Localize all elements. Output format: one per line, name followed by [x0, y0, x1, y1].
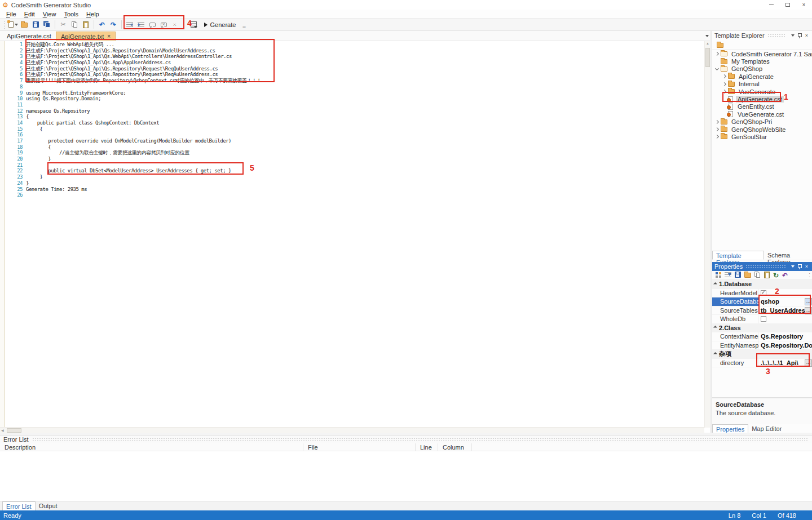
tree-item-genqshop[interactable]: GenQShop — [712, 65, 812, 73]
editor-line[interactable]: 12namespace Qs.Repository — [5, 108, 704, 114]
cut-button[interactable]: ✂ — [58, 19, 68, 30]
property-row-headermodel[interactable]: HeaderModel — [712, 289, 812, 298]
chevron-down-icon[interactable] — [715, 66, 719, 70]
editor-line[interactable]: 8 — [5, 84, 704, 90]
error-column-file[interactable]: File — [303, 443, 416, 451]
editor-line[interactable]: 11 — [5, 102, 704, 108]
property-value-text[interactable]: qshop — [761, 298, 779, 305]
editor-line[interactable]: 1开始创建Qs.Core WebApi相关代码 ... — [5, 42, 704, 48]
scroll-left-icon[interactable]: ◀ — [1, 428, 4, 432]
tab-error-list[interactable]: Error List — [2, 501, 36, 511]
chevron-right-icon[interactable] — [715, 135, 719, 139]
pane-close-button[interactable]: × — [803, 263, 810, 270]
editor-horizontal-scrollbar[interactable]: ◀ — [0, 427, 704, 433]
copy-button[interactable] — [69, 19, 80, 30]
property-category-2-class[interactable]: 2.Class — [712, 324, 812, 333]
property-category-[interactable]: 杂项 — [712, 350, 812, 359]
property-value[interactable]: Qs.Repository — [759, 332, 812, 341]
header-drag-texture[interactable] — [32, 438, 809, 441]
save-button[interactable] — [30, 19, 41, 30]
save-all-button[interactable] — [42, 19, 52, 30]
uncomment-button[interactable] — [158, 19, 169, 30]
property-value-text[interactable]: .\..\..\..\1_Api\ — [761, 359, 798, 366]
toolbar-grip[interactable] — [183, 21, 185, 29]
category-expanded-icon[interactable] — [713, 282, 717, 286]
property-category-1-database[interactable]: 1.Database — [712, 280, 812, 289]
category-expanded-icon[interactable] — [713, 326, 717, 330]
property-value[interactable] — [759, 315, 812, 323]
editor-vertical-scrollbar[interactable]: ▲ — [704, 41, 710, 428]
redo-button[interactable]: ↷ — [108, 19, 118, 30]
editor-line[interactable]: 17 protected override void OnModelCreati… — [5, 138, 704, 144]
property-value-text[interactable]: Qs.Repository — [761, 333, 803, 340]
chevron-right-icon[interactable] — [722, 74, 726, 78]
horizontal-scroll-thumb[interactable] — [7, 428, 21, 433]
editor-line[interactable]: 22 public virtual DbSet<ModelUserAddress… — [5, 168, 704, 174]
property-value-text[interactable]: tb_UserAddress — [761, 307, 809, 314]
tab-output[interactable]: Output — [36, 501, 61, 511]
pane-dropdown-button[interactable] — [788, 32, 796, 39]
editor-line[interactable]: 23 } — [5, 174, 704, 180]
editor-line[interactable]: 4已生成F:\Project\QShop\1_Api\Qs.App\AppUse… — [5, 60, 704, 66]
tab-schema-explorer[interactable]: Schema Explorer — [764, 251, 812, 260]
editor-line[interactable]: 14 public partial class QshopContext: Db… — [5, 120, 704, 126]
tree-item-genqshopwebsite[interactable]: GenQShopWebSite — [712, 126, 812, 133]
tree-item-my-templates[interactable]: My Templates — [712, 57, 812, 65]
tree-item-apigenerate[interactable]: ApiGenerate — [712, 73, 812, 80]
tree-item-vuegenerate-cst[interactable]: VueGenerate.cst — [712, 110, 812, 118]
tree-item-genqshop-pri[interactable]: GenQShop-Pri — [712, 118, 812, 126]
menu-file[interactable]: File — [2, 10, 20, 18]
code-editor[interactable]: 1开始创建Qs.Core WebApi相关代码 ...2已生成F:\Projec… — [0, 41, 710, 433]
error-list-body[interactable] — [0, 451, 812, 501]
tab-close-icon[interactable]: × — [107, 33, 111, 39]
generate-button[interactable]: Generate — [187, 19, 240, 30]
checkbox-unchecked[interactable] — [761, 316, 766, 322]
new-file-button[interactable] — [8, 19, 18, 30]
paste-button[interactable] — [81, 19, 91, 30]
tree-item-genentity-cst[interactable]: GenEntity.cst — [712, 103, 812, 110]
property-refresh-button[interactable]: ↻ — [773, 272, 779, 279]
chevron-right-icon[interactable] — [715, 120, 719, 124]
editor-line[interactable]: 7重要提示!!!!把下面内容添加到Qs.Repository\QshopCont… — [5, 78, 704, 84]
editor-line[interactable]: 9using Microsoft.EntityFrameworkCore; — [5, 90, 704, 96]
maximize-button[interactable] — [779, 1, 796, 10]
menu-tools[interactable]: Tools — [60, 10, 82, 18]
editor-line[interactable]: 19 //当主键为联合主键时，需要把这里的内容拷贝到对应的位置 — [5, 150, 704, 156]
editor-line[interactable]: 10using Qs.Repository.Domain; — [5, 96, 704, 102]
editor-line[interactable]: 13{ — [5, 114, 704, 120]
doc-tab-apigenerate-cst[interactable]: ApiGenerate.cst — [2, 32, 56, 41]
editor-line[interactable]: 24} — [5, 180, 704, 186]
menu-view[interactable]: View — [39, 10, 60, 18]
property-row-directory[interactable]: directory.\..\..\..\1_Api\ — [712, 359, 812, 368]
property-row-sourcetables[interactable]: SourceTablestb_UserAddress — [712, 306, 812, 315]
generate-toolbar-overflow-icon[interactable]: ‗ — [242, 22, 246, 28]
tab-properties[interactable]: Properties — [712, 424, 748, 433]
editor-line[interactable]: 5已生成F:\Project\QShop\1_Api\Qs.Repository… — [5, 66, 704, 72]
editor-line[interactable]: 16 — [5, 132, 704, 138]
close-button[interactable]: × — [796, 1, 812, 10]
tree-item-vuegenerate[interactable]: VueGenerate — [712, 88, 812, 95]
pane-pin-button[interactable] — [796, 32, 803, 39]
toolbar-overflow-icon[interactable]: ⁙ — [173, 22, 178, 28]
chevron-right-icon[interactable] — [715, 52, 719, 56]
chevron-right-icon[interactable] — [715, 127, 719, 131]
menu-help[interactable]: Help — [82, 10, 103, 18]
property-value[interactable]: Qs.Repository.Domain — [759, 341, 812, 350]
tab-template-explorer[interactable]: Template Explorer — [712, 251, 764, 260]
categorize-button[interactable] — [716, 272, 721, 279]
property-value[interactable]: .\..\..\..\1_Api\ — [759, 359, 812, 367]
indent-button[interactable] — [136, 19, 146, 30]
editor-line[interactable]: 26 — [5, 192, 704, 198]
property-row-wholedb[interactable]: WholeDb — [712, 315, 812, 324]
outdent-button[interactable] — [125, 19, 135, 30]
property-copy-button[interactable] — [754, 272, 761, 279]
scroll-up-icon[interactable]: ▲ — [706, 42, 709, 45]
editor-line[interactable]: 25Generate Time: 2935 ms — [5, 186, 704, 193]
editor-line[interactable]: 21 — [5, 162, 704, 168]
header-drag-texture[interactable] — [767, 34, 785, 38]
error-column-line[interactable]: Line — [416, 443, 438, 451]
property-value-text[interactable]: Qs.Repository.Domain — [761, 342, 812, 349]
error-column-description[interactable]: Description — [0, 443, 303, 451]
chevron-right-icon[interactable] — [722, 82, 726, 86]
header-drag-texture[interactable] — [745, 265, 785, 269]
